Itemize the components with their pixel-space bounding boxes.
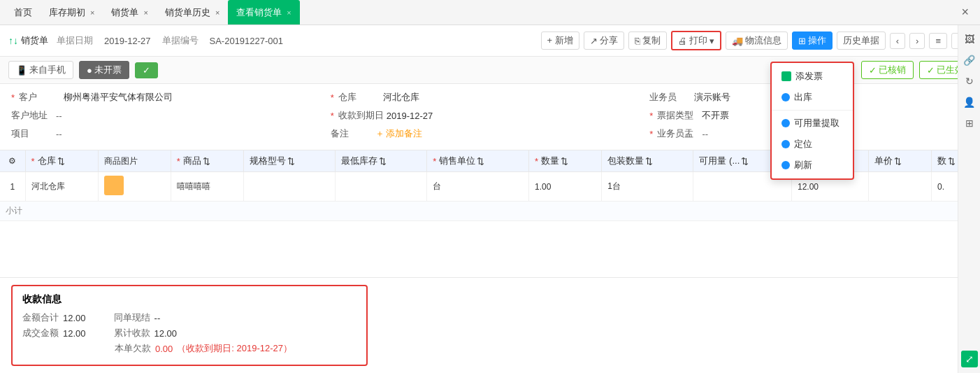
dropdown-add-invoice[interactable]: 添发票 <box>772 66 853 87</box>
dropdown-refresh[interactable]: 刷新 <box>772 155 853 176</box>
add-note-button[interactable]: ＋ 添加备注 <box>375 127 422 140</box>
due-item: 本单欠款 0.00 （收款到期日: 2019-12-27） <box>115 342 292 355</box>
due-value: 0.00 <box>155 344 173 354</box>
right-sidebar: 🖼 🔗 ↻ 👤 ⊞ ⤢ <box>958 25 980 373</box>
warehouse-value: 河北仓库 <box>383 91 467 104</box>
row-unit: 台 <box>427 172 529 202</box>
receipt-row-2: 成交金额 12.00 累计收款 12.00 <box>22 327 356 339</box>
operation-icon: ⊞ <box>798 36 806 46</box>
add-invoice-icon <box>781 71 791 81</box>
link-icon-btn[interactable]: 🔗 <box>961 52 978 69</box>
tab-sales-history[interactable]: 销货单历史 × <box>157 0 228 24</box>
customer-field: * 客户 柳州粤港平安气体有限公司 <box>11 91 331 104</box>
logistics-button[interactable]: 🚚 物流信息 <box>726 31 788 50</box>
check-button[interactable]: ✓ <box>135 62 158 78</box>
row-price <box>869 172 932 202</box>
trade-value: 12.00 <box>63 328 86 339</box>
not-open-ticket-button[interactable]: ● 未开票 <box>79 61 129 79</box>
row-spec <box>243 172 335 202</box>
address-field: 客户地址 -- <box>11 109 331 122</box>
row-warehouse: 河北仓库 <box>25 172 98 202</box>
th-pack-qty: 包装数量⇅ <box>602 150 693 172</box>
expand-icon-btn[interactable]: ⤢ <box>961 351 978 367</box>
address-value: -- <box>56 111 140 121</box>
payment-date-value: 2019-12-27 <box>387 111 470 121</box>
next-record-button[interactable]: › <box>909 33 925 49</box>
cumulative-item: 累计收款 12.00 <box>114 327 178 339</box>
no-value: SA-20191227-001 <box>210 36 284 46</box>
ticket-icon: ● <box>87 65 92 76</box>
effect-check-icon: ✓ <box>927 65 935 76</box>
dropdown-divider <box>772 110 853 111</box>
table-icon-btn[interactable]: ⊞ <box>961 115 978 132</box>
dropdown-out-stock[interactable]: 出库 <box>772 87 853 108</box>
history-button[interactable]: 历史单据 <box>837 31 886 50</box>
toolbar-right: + 新增 ↗ 分享 ⎘ 复制 🖨 打印 ▾ 🚚 物流信息 ⊞ 操作 <box>541 31 972 50</box>
already-revoke-button[interactable]: ✓ 已核销 <box>861 61 914 79</box>
note-field: 备注 ＋ 添加备注 <box>331 127 650 140</box>
dropdown-locate[interactable]: 定位 <box>772 134 853 155</box>
share-button[interactable]: ↗ 分享 <box>584 31 624 50</box>
window-close-button[interactable]: × <box>956 5 974 20</box>
dropdown-avail-qty[interactable]: 可用量提取 <box>772 113 853 134</box>
doc-header: ↑↓ 销货单 单据日期 2019-12-27 单据编号 SA-20191227-… <box>0 25 980 57</box>
new-button[interactable]: + 新增 <box>541 31 579 50</box>
receipt-row-3: 本单欠款 0.00 （收款到期日: 2019-12-27） <box>22 342 356 355</box>
subtotal-row: 小计 <box>0 202 980 221</box>
user-icon-btn[interactable]: 👤 <box>961 94 978 111</box>
copy-icon: ⎘ <box>635 36 640 46</box>
th-warehouse: *仓库⇅ <box>25 150 98 172</box>
th-spec: 规格型号⇅ <box>243 150 335 172</box>
rotate-icon-btn[interactable]: ↻ <box>961 73 978 90</box>
staff-value: 演示账号 <box>694 91 778 104</box>
tab-sales-history-close[interactable]: × <box>215 8 219 17</box>
project-value: -- <box>56 129 140 139</box>
doc-meta: 单据日期 2019-12-27 单据编号 SA-20191227-001 <box>57 34 283 47</box>
row-qty: 1.00 <box>529 172 602 202</box>
doc-title: ↑↓ 销货单 <box>8 34 48 47</box>
doc-title-text: 销货单 <box>21 34 48 47</box>
truck-icon: 🚚 <box>732 36 743 46</box>
out-stock-icon <box>781 93 790 101</box>
tab-view-sales[interactable]: 查看销货单 × <box>228 0 299 24</box>
bottom-panel: 收款信息 金额合计 12.00 同单现结 -- 成交金额 12.00 累计收款 <box>0 277 980 373</box>
list-view-button[interactable]: ≡ <box>929 33 947 49</box>
image-icon-btn[interactable]: 🖼 <box>961 31 978 48</box>
come-from-phone-button[interactable]: 📱 来自手机 <box>8 61 73 79</box>
tab-view-sales-close[interactable]: × <box>287 8 291 17</box>
th-price: 单价⇅ <box>869 150 932 172</box>
receipt-row-1: 金额合计 12.00 同单现结 -- <box>22 311 356 324</box>
tab-inventory[interactable]: 库存期初 × <box>41 0 103 24</box>
tab-home[interactable]: 首页 <box>6 0 41 24</box>
date-value: 2019-12-27 <box>104 36 151 46</box>
row-min-stock <box>336 172 427 202</box>
revoke-check-icon: ✓ <box>869 65 877 76</box>
th-gear[interactable]: ⚙ <box>0 150 25 172</box>
copy-button[interactable]: ⎘ 复制 <box>628 31 667 50</box>
phone-icon: 📱 <box>16 65 27 76</box>
locate-icon <box>781 140 790 148</box>
receipt-title: 收款信息 <box>22 293 356 306</box>
date-label: 单据日期 <box>57 34 93 47</box>
total-amount-item: 金额合计 12.00 <box>22 311 86 324</box>
row-pack-qty: 1台 <box>602 172 693 202</box>
receipt-box: 收款信息 金额合计 12.00 同单现结 -- 成交金额 12.00 累计收款 <box>11 285 368 366</box>
tab-sales-close[interactable]: × <box>143 8 147 17</box>
doc-icon: ↑↓ <box>8 35 18 46</box>
avail-qty-icon <box>781 119 790 127</box>
tab-inventory-close[interactable]: × <box>90 8 94 17</box>
print-button[interactable]: 🖨 打印 ▾ <box>671 31 721 50</box>
tab-sales[interactable]: 销货单 × <box>103 0 156 24</box>
same-settle-value: -- <box>154 313 161 323</box>
main-area: ↑↓ 销货单 单据日期 2019-12-27 单据编号 SA-20191227-… <box>0 25 980 373</box>
due-note: （收款到期日: 2019-12-27） <box>177 342 292 355</box>
row-product: 嘻嘻嘻嘻 <box>171 172 243 202</box>
tab-bar: 首页 库存期初 × 销货单 × 销货单历史 × 查看销货单 × × <box>0 0 980 25</box>
operation-dropdown: 添发票 出库 可用量提取 定位 刷新 <box>770 62 854 180</box>
operation-button[interactable]: ⊞ 操作 <box>792 31 833 50</box>
th-unit: *销售单位⇅ <box>427 150 529 172</box>
prev-record-button[interactable]: ‹ <box>890 33 905 49</box>
refresh-icon <box>781 161 790 169</box>
no-label: 单据编号 <box>162 34 199 47</box>
th-qty: *数量⇅ <box>529 150 602 172</box>
